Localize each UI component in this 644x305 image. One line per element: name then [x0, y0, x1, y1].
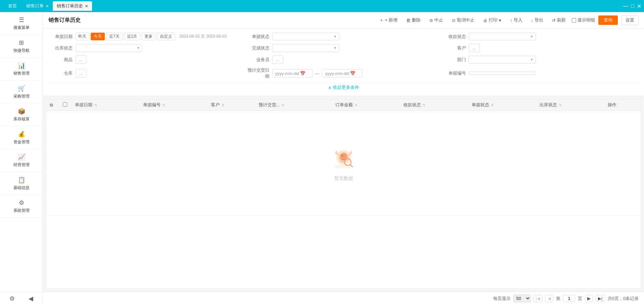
sidebar-item-search-menu[interactable]: ☰ 搜索菜单	[0, 12, 43, 35]
sidebar-item-finance[interactable]: 💰 资金管理	[0, 126, 43, 149]
expected-delivery-end-input[interactable]: yyyy-mm-dd 📅	[322, 69, 362, 78]
completion-status-select[interactable]: ▾	[272, 44, 339, 52]
close-btn[interactable]: ✕	[637, 3, 641, 9]
sidebar-item-purchase-mgmt[interactable]: 🛒 采购管理	[0, 81, 43, 104]
calendar-start-icon[interactable]: 📅	[300, 71, 305, 76]
collapse-button[interactable]: ∧ 收起更多条件	[328, 84, 359, 90]
close-history-tab[interactable]: ✕	[85, 4, 88, 8]
export-button[interactable]: ↓ 导出	[528, 16, 546, 25]
tab-sales-order[interactable]: 销售订单 ✕	[22, 1, 53, 11]
order-no-control[interactable]	[469, 72, 639, 75]
first-page-btn[interactable]: |◀	[533, 295, 543, 302]
date-btn-last1month[interactable]: 近1月	[124, 33, 140, 40]
close-sales-order-tab[interactable]: ✕	[46, 4, 49, 8]
product-select-btn[interactable]: ...	[75, 55, 86, 64]
sidebar-item-quick-nav[interactable]: ⊞ 快捷导航	[0, 35, 43, 58]
department-select[interactable]: ▾	[469, 56, 536, 64]
salesperson-select-btn[interactable]: ...	[272, 55, 283, 64]
date-btn-yesterday[interactable]: 昨天	[75, 33, 89, 40]
col-order-no-label: 单据编号	[143, 102, 161, 107]
payment-status-control[interactable]: ▾	[469, 33, 639, 40]
import-button[interactable]: ↑ 导入	[507, 16, 525, 25]
page-number-input[interactable]	[563, 295, 575, 302]
date-btn-custom[interactable]: 自定义	[157, 33, 175, 40]
col-order-no-header[interactable]: 单据编号 ⇅	[140, 99, 208, 111]
sidebar-item-inventory[interactable]: 📦 库存核算	[0, 104, 43, 126]
col-date-sort-icon[interactable]: ⇅	[94, 103, 97, 107]
new-icon: ＋	[379, 17, 384, 23]
settings-icon[interactable]: ⚙	[49, 103, 53, 108]
order-no-input[interactable]	[469, 72, 536, 75]
system-mgmt-icon: ⚙	[19, 199, 24, 206]
warehouse-control[interactable]: ...	[75, 69, 245, 78]
maximize-btn[interactable]: □	[631, 3, 634, 9]
expected-delivery-control[interactable]: yyyy-mm-dd 📅 — yyyy-mm-dd 📅	[272, 69, 442, 78]
search-menu-icon: ☰	[19, 16, 24, 24]
col-order-amount-header[interactable]: 订单金额 ⇅	[332, 99, 400, 111]
customer-control[interactable]: ...	[469, 44, 639, 52]
delete-button[interactable]: 🗑 删除	[403, 16, 423, 25]
page-size-select[interactable]: 50 10 20 100	[513, 295, 531, 302]
export-label: 导出	[534, 17, 543, 23]
stop-button[interactable]: ⊘ 中止	[427, 16, 446, 25]
query-button[interactable]: 查询	[598, 15, 618, 25]
collapse-row: ∧ 收起更多条件	[48, 83, 639, 92]
print-button[interactable]: 🖨 打印 ▾	[480, 16, 504, 25]
sidebar: ☰ 搜索菜单 ⊞ 快捷导航 📊 销售管理 🛒 采购管理 📦 库存核算 💰 资金管…	[0, 12, 43, 305]
minimize-btn[interactable]: —	[623, 3, 628, 9]
col-order-status-sort-icon[interactable]: ⇅	[491, 103, 493, 107]
sidebar-item-sales-mgmt[interactable]: 📊 销售管理	[0, 58, 43, 81]
select-all-checkbox[interactable]	[63, 102, 67, 107]
date-btn-more[interactable]: 更多	[141, 33, 156, 40]
calendar-end-icon[interactable]: 📅	[350, 71, 355, 76]
payment-status-select[interactable]: ▾	[469, 33, 536, 40]
tab-home[interactable]: 首页	[3, 1, 22, 11]
cancel-stop-button[interactable]: ⊙ 取消中止	[449, 16, 477, 25]
department-arrow-icon: ▾	[531, 58, 533, 62]
col-expected-delivery-sort-icon[interactable]: ⇅	[282, 103, 284, 107]
col-order-no-sort-icon[interactable]: ⇅	[162, 103, 165, 107]
show-detail-checkbox[interactable]	[572, 18, 576, 23]
col-order-status-header[interactable]: 单据状态 ⇅	[468, 99, 536, 111]
tab-sales-order-history[interactable]: 销售订单历史 ✕	[53, 1, 92, 11]
col-payment-status-sort-icon[interactable]: ⇅	[423, 103, 425, 107]
sidebar-item-basic-info[interactable]: 📋 基础信息	[0, 172, 43, 195]
col-order-amount-sort-icon[interactable]: ⇅	[355, 103, 357, 107]
settings-button[interactable]: 设置	[621, 15, 639, 25]
outbound-status-control[interactable]: ▾	[75, 44, 245, 52]
warehouse-select-btn[interactable]: ...	[75, 69, 86, 78]
sidebar-item-operations[interactable]: 📈 经营管理	[0, 149, 43, 172]
refresh-button[interactable]: ↺ 刷新	[549, 16, 568, 25]
order-status-control[interactable]: ▾	[272, 33, 442, 40]
col-customer-header[interactable]: 客户 ⇅	[208, 99, 255, 111]
col-settings-header[interactable]: ⚙	[46, 99, 59, 111]
empty-state-row: 暂无数据	[46, 111, 641, 216]
collapse-sidebar-icon[interactable]: ◀	[29, 295, 33, 302]
col-outbound-status-sort-icon[interactable]: ⇅	[559, 103, 562, 107]
completion-status-control[interactable]: ▾	[272, 44, 442, 52]
col-expected-delivery-header[interactable]: 预计交货... ⇅	[255, 99, 332, 111]
order-status-select[interactable]: ▾	[272, 33, 339, 40]
department-control[interactable]: ▾	[469, 56, 639, 64]
next-page-btn[interactable]: ▶	[585, 295, 593, 302]
last-page-btn[interactable]: ▶|	[596, 295, 605, 302]
col-check-header[interactable]	[59, 99, 72, 111]
date-btn-last7days[interactable]: 近7天	[106, 33, 123, 40]
expected-delivery-start-input[interactable]: yyyy-mm-dd 📅	[272, 69, 312, 78]
new-button[interactable]: ＋ + 新增	[377, 16, 400, 25]
salesperson-control[interactable]: ...	[272, 55, 442, 64]
col-payment-status-header[interactable]: 收款状态 ⇅	[400, 99, 468, 111]
show-detail-checkbox-label[interactable]: 显示明细	[572, 17, 595, 23]
sidebar-item-system-mgmt[interactable]: ⚙ 系统管理	[0, 195, 43, 218]
outbound-status-select[interactable]: ▾	[75, 44, 142, 52]
date-filter-label: 单据日期	[48, 34, 75, 40]
date-btn-today[interactable]: 今天	[91, 33, 105, 40]
col-date-header[interactable]: 单据日期 ⇅	[72, 99, 140, 111]
customer-select-btn[interactable]: ...	[469, 44, 480, 52]
col-customer-sort-icon[interactable]: ⇅	[222, 103, 224, 107]
prev-page-btn[interactable]: ◀	[545, 295, 553, 302]
product-control[interactable]: ...	[75, 55, 245, 64]
col-outbound-status-header[interactable]: 出库状态 ⇅	[536, 99, 604, 111]
settings-bottom-icon[interactable]: ⚙	[9, 295, 15, 302]
empty-state-cell: 暂无数据	[46, 111, 641, 216]
